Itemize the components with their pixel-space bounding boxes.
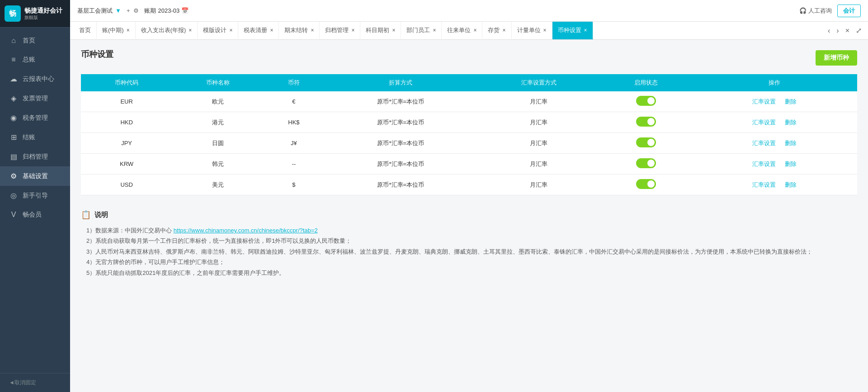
tab-close-subjects[interactable]: ×: [392, 27, 395, 33]
enabled-status: [600, 175, 692, 195]
rate-settings-link[interactable]: 汇率设置: [752, 140, 776, 146]
tab-close-unit[interactable]: ×: [543, 27, 547, 33]
calc-method: 原币*汇率=本位币: [324, 91, 477, 112]
tab-close-clients[interactable]: ×: [473, 27, 476, 33]
rate-type: 月汇率: [477, 112, 600, 133]
tab-tax[interactable]: 税表清册×: [238, 22, 279, 39]
rate-settings-link[interactable]: 汇率设置: [752, 161, 776, 167]
topbar-actions: + ⚙: [127, 7, 139, 14]
currency-name: 欧元: [172, 91, 264, 112]
sidebar-item-home[interactable]: ⌂首页: [0, 31, 70, 50]
table-row: EUR 欧元 € 原币*汇率=本位币 月汇率 汇率设置 删除: [81, 91, 857, 112]
tab-close-tax[interactable]: ×: [270, 27, 273, 33]
tab-close-currency[interactable]: ×: [584, 27, 587, 33]
toggle-knob: [647, 180, 655, 188]
currency-code: USD: [81, 175, 172, 195]
tab-income[interactable]: 收入支出表(年报)×: [136, 22, 198, 39]
service-button[interactable]: 🎧 人工咨询: [799, 7, 832, 15]
rate-settings-link[interactable]: 汇率设置: [752, 181, 776, 188]
sidebar-item-invoice[interactable]: ◈发票管理: [0, 89, 70, 108]
tab-close-period-end[interactable]: ×: [311, 27, 314, 33]
delete-link[interactable]: 删除: [785, 140, 797, 146]
sidebar-logo: 畅 畅捷通好会计 旗舰版: [0, 0, 70, 28]
enabled-toggle[interactable]: [636, 158, 656, 168]
add-workspace-button[interactable]: +: [127, 7, 130, 14]
member-icon: V: [9, 211, 18, 219]
tab-inventory[interactable]: 存货×: [482, 22, 511, 39]
enabled-toggle[interactable]: [636, 117, 656, 127]
sidebar-item-ledger[interactable]: ≡总账: [0, 50, 70, 69]
tab-archive[interactable]: 归档管理×: [320, 22, 360, 39]
account-button[interactable]: 会计: [837, 5, 861, 17]
tab-dept[interactable]: 部门员工×: [401, 22, 442, 39]
tab-close-income[interactable]: ×: [189, 27, 192, 33]
sidebar-label-guide: 新手引导: [23, 192, 48, 200]
delete-link[interactable]: 删除: [785, 181, 797, 188]
table-row: JPY 日圆 J¥ 原币*汇率=本位币 月汇率 汇率设置 删除: [81, 133, 857, 154]
tab-label-archive: 归档管理: [325, 26, 349, 34]
tab-fullscreen-button[interactable]: ⤢: [853, 24, 864, 37]
tab-subjects[interactable]: 科目期初×: [360, 22, 401, 39]
settings-icon[interactable]: ⚙: [133, 7, 139, 14]
tab-template[interactable]: 模版设计×: [198, 22, 238, 39]
tab-label-dept: 部门员工: [406, 26, 430, 34]
sidebar-item-member[interactable]: V畅会员: [0, 205, 70, 224]
tab-nav-buttons: ‹ › × ⤢: [825, 22, 864, 39]
calc-method: 原币*汇率=本位币: [324, 175, 477, 195]
tab-home[interactable]: 首页: [74, 22, 97, 39]
enabled-toggle[interactable]: [636, 179, 656, 189]
sidebar-item-reports[interactable]: ☁云报表中心: [0, 69, 70, 89]
calendar-icon[interactable]: 📅: [181, 7, 189, 14]
invoice-icon: ◈: [9, 94, 18, 103]
sidebar-item-tax[interactable]: ◉税务管理: [0, 108, 70, 128]
tab-balance[interactable]: 账(中期)×: [97, 22, 136, 39]
tab-close-all-button[interactable]: ×: [843, 25, 852, 37]
sidebar-label-settle: 结账: [23, 133, 35, 142]
tab-prev-button[interactable]: ‹: [825, 25, 833, 37]
delete-link[interactable]: 删除: [785, 161, 797, 167]
calc-method: 原币*汇率=本位币: [324, 133, 477, 154]
content-area: 币种设置 新增币种 币种代码币种名称币符折算方式汇率设置方式启用状态操作 EUR…: [70, 40, 868, 392]
tab-next-button[interactable]: ›: [834, 25, 841, 37]
enabled-status: [600, 133, 692, 154]
tab-period-end[interactable]: 期末结转×: [279, 22, 320, 39]
workspace-dropdown-icon[interactable]: ▼: [115, 7, 121, 14]
sidebar-item-settle[interactable]: ⊞结账: [0, 128, 70, 147]
table-header-汇率设置方式: 汇率设置方式: [477, 74, 600, 91]
tab-close-inventory[interactable]: ×: [502, 27, 505, 33]
tab-close-dept[interactable]: ×: [433, 27, 436, 33]
tab-close-balance[interactable]: ×: [127, 27, 130, 33]
sidebar-item-archive[interactable]: ▤归档管理: [0, 147, 70, 166]
toggle-knob: [647, 139, 655, 146]
topbar: 基层工会测试 ▼ + ⚙ 账期 2023-03 📅 🎧 人工咨询 会计: [70, 0, 868, 22]
new-currency-button[interactable]: 新增币种: [816, 50, 857, 66]
workspace-selector[interactable]: 基层工会测试 ▼: [77, 7, 121, 15]
main-area: 基层工会测试 ▼ + ⚙ 账期 2023-03 📅 🎧 人工咨询 会计 首页账(…: [70, 0, 868, 392]
rate-settings-link[interactable]: 汇率设置: [752, 98, 776, 105]
enabled-toggle[interactable]: [636, 137, 656, 147]
table-header-折算方式: 折算方式: [324, 74, 477, 91]
currency-name: 美元: [172, 175, 264, 195]
tab-currency[interactable]: 币种设置×: [552, 22, 593, 39]
tab-unit[interactable]: 计量单位×: [512, 22, 552, 39]
tab-close-template[interactable]: ×: [229, 27, 232, 33]
enabled-toggle[interactable]: [636, 96, 656, 106]
tab-close-archive[interactable]: ×: [351, 27, 354, 33]
notes-link[interactable]: https://www.chinamoney.com.cn/chinese/bk…: [174, 227, 318, 234]
app-logo-subtitle: 旗舰版: [24, 14, 62, 21]
period-value[interactable]: 2023-03: [158, 7, 179, 14]
delete-link[interactable]: 删除: [785, 98, 797, 105]
notes-item-5: 5）系统只能自动抓取2021年度后的汇率，之前年度汇率需要用户手工维护。: [86, 268, 857, 278]
sidebar-label-home: 首页: [23, 37, 35, 45]
sidebar-label-ledger: 总账: [23, 56, 35, 64]
table-body: EUR 欧元 € 原币*汇率=本位币 月汇率 汇率设置 删除 HKD 港元 HK…: [81, 91, 857, 195]
sidebar-item-guide[interactable]: ◎新手引导: [0, 186, 70, 205]
delete-link[interactable]: 删除: [785, 119, 797, 126]
period-selector: 账期 2023-03 📅: [144, 7, 189, 15]
basic-icon: ⚙: [9, 172, 18, 180]
tab-label-balance: 账(中期): [102, 26, 124, 34]
sidebar-item-basic[interactable]: ⚙基础设置: [0, 166, 70, 186]
tab-clients[interactable]: 往来单位×: [442, 22, 482, 39]
rate-settings-link[interactable]: 汇率设置: [752, 119, 776, 126]
sidebar-unpin-button[interactable]: ◄取消固定: [0, 373, 70, 392]
